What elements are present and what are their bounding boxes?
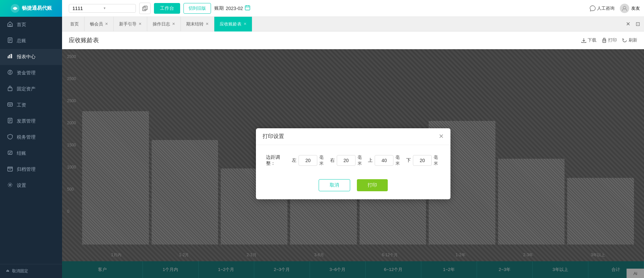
sidebar-item-settings[interactable]: 设置	[0, 178, 62, 194]
tab-aging[interactable]: 应收账龄表 ✕	[214, 17, 252, 31]
header-right: 人工咨询 友友	[590, 4, 640, 13]
right-unit: 毫米	[358, 154, 364, 166]
sidebar-item-funds[interactable]: 资金管理	[0, 65, 62, 81]
calendar-icon[interactable]	[245, 5, 250, 11]
logo: 畅捷通易代账	[0, 0, 62, 17]
sidebar-label-assets: 固定资产	[17, 86, 36, 92]
right-label: 右	[330, 157, 335, 163]
company-name: 1111	[72, 6, 101, 11]
period-value: 2023-02	[226, 6, 243, 11]
print-label: 打印	[608, 37, 617, 43]
funds-icon	[7, 70, 13, 76]
user-name: 友友	[631, 5, 640, 11]
workbench-button[interactable]: 工作台	[154, 3, 180, 14]
margin-bottom-group: 下 毫米	[406, 154, 440, 166]
top-label: 上	[368, 157, 373, 163]
main-content: 2500 2500 2500 2000 1500 1000 500 0	[62, 49, 644, 278]
sidebar-item-home[interactable]: 首页	[0, 17, 62, 33]
consult-button[interactable]: 人工咨询	[590, 5, 614, 11]
svg-point-31	[605, 40, 606, 41]
sidebar-label-reports: 报表中心	[17, 54, 36, 60]
svg-rect-14	[9, 55, 10, 58]
page-actions: 下载 打印	[581, 37, 637, 43]
tab-close-window-button[interactable]: ✕	[625, 19, 632, 28]
sidebar-item-tax[interactable]: 税务管理	[0, 129, 62, 145]
sidebar-item-reports[interactable]: 报表中心	[0, 49, 62, 65]
assets-icon	[7, 86, 13, 92]
sidebar-item-archive[interactable]: 归档管理	[0, 161, 62, 178]
confirm-print-button[interactable]: 打印	[357, 179, 388, 191]
tab-period-close-label: 期末结转	[186, 21, 204, 27]
invoice-icon	[7, 118, 13, 125]
period-text: 账期	[214, 5, 224, 11]
print-settings-dialog: 打印设置 ✕ 边距调整： 左 毫米	[256, 128, 450, 199]
svg-rect-17	[8, 88, 12, 91]
tab-member-close-icon[interactable]: ✕	[105, 22, 108, 26]
sidebar-item-assets[interactable]: 固定资产	[0, 81, 62, 97]
settle-icon	[7, 150, 13, 157]
reports-icon	[7, 54, 13, 60]
sidebar-collapse-footer[interactable]: 取消固定	[0, 264, 62, 278]
tax-icon	[7, 134, 13, 141]
switch-version-button[interactable]: 切到旧版	[183, 3, 211, 14]
sidebar-item-salary[interactable]: 工资	[0, 97, 62, 113]
tab-period-close-icon[interactable]: ✕	[206, 22, 209, 26]
dialog-close-button[interactable]: ✕	[439, 133, 444, 139]
consult-label: 人工咨询	[597, 5, 614, 11]
sidebar-label-funds: 资金管理	[17, 70, 36, 76]
tab-oplog-close-icon[interactable]: ✕	[172, 22, 175, 26]
sidebar: 首页 总账	[0, 17, 62, 278]
sidebar-label-home: 首页	[17, 22, 26, 28]
user-avatar	[620, 4, 629, 13]
print-button[interactable]: 打印	[602, 37, 617, 43]
sidebar-item-settle[interactable]: 结账	[0, 145, 62, 161]
logo-text: 畅捷通易代账	[22, 5, 52, 11]
margin-left-group: 左 毫米	[292, 154, 326, 166]
dialog-body: 边距调整： 左 毫米 右	[256, 145, 450, 174]
sidebar-label-salary: 工资	[17, 102, 26, 108]
tab-member-label: 畅会员	[90, 21, 103, 27]
tab-member[interactable]: 畅会员 ✕	[85, 17, 114, 31]
company-select[interactable]: 1111 ▾	[69, 4, 136, 13]
left-input[interactable]	[299, 155, 317, 166]
user-area[interactable]: 友友	[620, 4, 640, 13]
tab-actions: ✕ ⊡	[625, 19, 641, 28]
sidebar-item-invoice[interactable]: 发票管理	[0, 113, 62, 129]
tab-home-label: 首页	[70, 21, 79, 27]
tab-period-close[interactable]: 期末结转 ✕	[181, 17, 214, 31]
dialog-title: 打印设置	[263, 133, 284, 140]
svg-rect-15	[11, 54, 12, 58]
dialog-overlay: 打印设置 ✕ 边距调整： 左 毫米	[62, 49, 644, 278]
tab-expand-button[interactable]: ⊡	[634, 19, 641, 28]
tab-guide-label: 新手引导	[119, 21, 137, 27]
ledger-icon	[7, 38, 13, 44]
tab-guide[interactable]: 新手引导 ✕	[114, 17, 147, 31]
cancel-button[interactable]: 取消	[319, 179, 350, 191]
copy-button[interactable]	[139, 3, 151, 14]
home-icon	[7, 21, 13, 28]
right-input[interactable]	[337, 155, 356, 166]
tab-guide-close-icon[interactable]: ✕	[139, 22, 142, 26]
bottom-input[interactable]	[413, 155, 432, 166]
tab-aging-close-icon[interactable]: ✕	[244, 22, 247, 26]
tab-oplog-label: 操作日志	[153, 21, 170, 27]
left-label: 左	[292, 157, 297, 163]
archive-icon	[7, 166, 13, 173]
top-input[interactable]	[375, 155, 393, 166]
top-unit: 毫米	[395, 154, 402, 166]
svg-rect-1	[143, 7, 146, 11]
download-label: 下载	[588, 37, 596, 43]
download-button[interactable]: 下载	[581, 37, 596, 43]
svg-rect-2	[144, 6, 147, 10]
sidebar-item-ledger[interactable]: 总账	[0, 33, 62, 49]
bottom-unit: 毫米	[434, 154, 440, 166]
sidebar-label-tax: 税务管理	[17, 134, 36, 140]
company-arrow-icon: ▾	[104, 6, 132, 10]
refresh-button[interactable]: 刷新	[622, 37, 637, 43]
bottom-label: 下	[406, 157, 411, 163]
sidebar-scroll: 首页 总账	[0, 17, 62, 264]
tab-home[interactable]: 首页	[65, 17, 85, 31]
tab-oplog[interactable]: 操作日志 ✕	[147, 17, 181, 31]
margin-top-group: 上 毫米	[368, 154, 402, 166]
dialog-header: 打印设置 ✕	[256, 128, 450, 145]
